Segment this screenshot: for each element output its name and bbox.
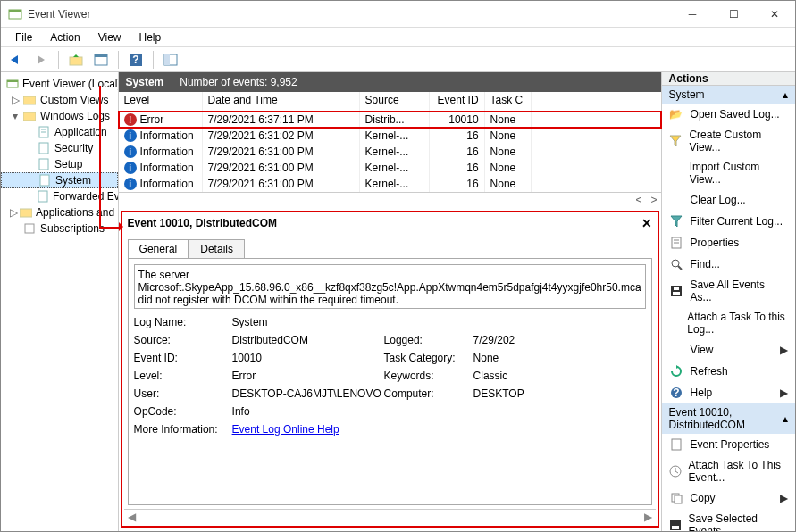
info-icon: i [124, 145, 137, 158]
menu-action[interactable]: Action [41, 29, 88, 46]
panel-button-1[interactable] [91, 50, 111, 70]
svg-text:?: ? [673, 387, 679, 399]
detail-close-button[interactable]: ✕ [641, 216, 652, 230]
main-area: Event Viewer (Local) ▷ Custom Views ▾ Wi… [1, 72, 795, 531]
folder-open-icon: 📂 [669, 107, 683, 121]
menu-help[interactable]: Help [130, 29, 171, 46]
action-help[interactable]: ?Help▶ [662, 382, 795, 403]
chevron-right-icon: ▶ [780, 492, 788, 504]
eventviewer-icon [6, 77, 19, 91]
action-clear-log[interactable]: ·Clear Log... [662, 189, 795, 211]
chevron-right-icon: ▶ [780, 344, 788, 356]
svg-rect-7 [95, 54, 107, 57]
forward-button[interactable] [31, 50, 51, 70]
action-import-custom-view[interactable]: ·Import Custom View... [662, 157, 795, 189]
folder-up-button[interactable] [66, 50, 86, 70]
svg-rect-4 [70, 57, 82, 65]
action-create-custom-view[interactable]: Create Custom View... [662, 125, 795, 157]
annotation-arrow [99, 86, 122, 229]
close-button[interactable]: ✕ [754, 1, 795, 28]
action-copy[interactable]: Copy▶ [662, 487, 795, 509]
action-filter-log[interactable]: Filter Current Log... [662, 211, 795, 232]
collapse-icon[interactable]: ▴ [783, 88, 788, 101]
action-open-saved-log[interactable]: 📂Open Saved Log... [662, 104, 795, 125]
col-datetime[interactable]: Date and Time [203, 92, 360, 111]
action-properties[interactable]: Properties [662, 232, 795, 254]
actions-header: Actions [662, 72, 795, 86]
toolbar-separator [58, 51, 59, 69]
chevron-right-icon: ▶ [780, 387, 788, 399]
svg-marker-26 [671, 216, 682, 227]
tab-details[interactable]: Details [189, 239, 245, 258]
help-button[interactable]: ? [126, 50, 146, 70]
svg-rect-24 [25, 224, 34, 233]
event-row[interactable]: !Error 7/29/2021 6:37:11 PM Distrib... 1… [119, 112, 661, 128]
col-source[interactable]: Source [360, 92, 430, 111]
event-log-help-link[interactable]: Event Log Online Help [232, 423, 339, 436]
svg-rect-20 [39, 159, 48, 170]
action-refresh[interactable]: Refresh [662, 361, 795, 382]
action-view[interactable]: ·View▶ [662, 339, 795, 361]
event-row[interactable]: iInformation 7/29/2021 6:31:00 PM Kernel… [119, 144, 661, 160]
error-icon: ! [124, 113, 137, 126]
event-row[interactable]: iInformation 7/29/2021 6:31:02 PM Kernel… [119, 128, 661, 144]
svg-marker-25 [670, 136, 681, 146]
svg-rect-11 [164, 54, 170, 65]
list-count: Number of events: 9,952 [180, 76, 297, 88]
list-header-bar: System Number of events: 9,952 [119, 72, 661, 92]
back-button[interactable] [6, 50, 26, 70]
panel-button-2[interactable] [161, 50, 180, 70]
filter-new-icon [669, 134, 683, 148]
log-icon [37, 125, 51, 139]
svg-rect-14 [23, 96, 36, 104]
log-icon [37, 157, 51, 171]
col-eventid[interactable]: Event ID [430, 92, 485, 111]
title-bar: Event Viewer ─ ☐ ✕ [1, 1, 795, 28]
find-icon [669, 257, 683, 271]
minimize-button[interactable]: ─ [672, 1, 713, 28]
tab-general[interactable]: General [128, 239, 189, 258]
svg-rect-22 [38, 191, 47, 202]
menu-bar: File Action View Help [1, 28, 795, 47]
detail-title: Event 10010, DistributedCOM [128, 217, 277, 229]
properties-icon [669, 236, 683, 250]
collapse-icon[interactable]: ▴ [783, 412, 788, 425]
toolbar-separator [118, 51, 119, 69]
expand-icon[interactable]: ▷ [10, 206, 18, 219]
action-attach-task[interactable]: ·Attach a Task To this Log... [662, 307, 795, 339]
action-event-properties[interactable]: Event Properties [662, 434, 795, 455]
detail-tabs: General Details [128, 239, 652, 258]
properties-icon [669, 437, 683, 452]
action-attach-task-event[interactable]: Attach Task To This Event... [662, 455, 795, 487]
detail-scrollbar[interactable]: ◀▶ [124, 509, 656, 524]
column-headers: Level Date and Time Source Event ID Task… [119, 92, 661, 112]
list-scrollbar[interactable]: < > [119, 192, 661, 207]
col-level[interactable]: Level [119, 92, 203, 111]
copy-icon [669, 491, 683, 505]
help-icon: ? [669, 386, 683, 400]
maximize-button[interactable]: ☐ [713, 1, 754, 28]
col-taskcat[interactable]: Task C [485, 92, 532, 111]
expand-icon[interactable]: ▷ [10, 94, 21, 106]
svg-rect-23 [20, 209, 32, 217]
action-save-selected[interactable]: Save Selected Events... [662, 509, 795, 532]
menu-view[interactable]: View [89, 29, 130, 46]
event-message: The server Microsoft.SkypeApp_15.68.96.0… [134, 264, 646, 309]
svg-rect-21 [40, 175, 49, 186]
detail-header: Event 10010, DistributedCOM ✕ [124, 214, 656, 232]
save-icon [669, 518, 682, 532]
collapse-icon[interactable]: ▾ [10, 110, 21, 122]
info-icon: i [124, 129, 137, 142]
action-save-all[interactable]: Save All Events As... [662, 275, 795, 307]
window-title: Event Viewer [28, 8, 672, 21]
menu-file[interactable]: File [6, 29, 41, 46]
svg-rect-34 [674, 287, 679, 290]
svg-rect-1 [9, 10, 21, 12]
action-find[interactable]: Find... [662, 254, 795, 275]
task-icon [669, 464, 682, 478]
actions-pane: Actions System▴ 📂Open Saved Log... Creat… [662, 72, 795, 531]
app-icon [8, 7, 22, 21]
event-row[interactable]: iInformation 7/29/2021 6:31:00 PM Kernel… [119, 160, 661, 176]
event-row[interactable]: iInformation 7/29/2021 6:31:00 PM Kernel… [119, 176, 661, 192]
list-title: System [126, 76, 164, 88]
